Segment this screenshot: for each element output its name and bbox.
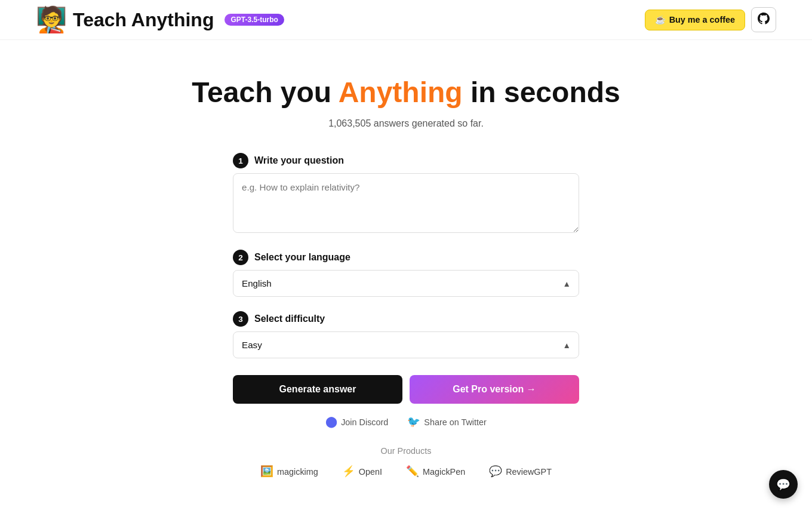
difficulty-select-wrapper: Easy Medium Hard ▲: [233, 331, 579, 358]
difficulty-select[interactable]: Easy Medium Hard: [233, 331, 579, 358]
header-right: ☕ Buy me a coffee: [645, 7, 776, 32]
action-buttons: Generate answer Get Pro version →: [233, 375, 579, 404]
logo-emoji: 🧑‍🏫: [36, 7, 67, 32]
step1-section: 1 Write your question: [233, 153, 579, 235]
reviewgpt-label: ReviewGPT: [506, 467, 552, 477]
step2-section: 2 Select your language English Spanish F…: [233, 250, 579, 297]
product-magickpen[interactable]: ✏️ MagickPen: [406, 465, 465, 478]
main-content: Teach you Anything in seconds 1,063,505 …: [0, 40, 812, 502]
get-pro-button[interactable]: Get Pro version →: [410, 375, 579, 404]
language-select[interactable]: English Spanish French German Japanese C…: [233, 270, 579, 297]
step3-text: Select difficulty: [254, 314, 325, 324]
reviewgpt-icon: 💬: [489, 465, 502, 478]
discord-label: Join Discord: [341, 417, 388, 427]
step1-text: Write your question: [254, 155, 344, 166]
openl-icon: ⚡: [342, 465, 355, 478]
generate-answer-button[interactable]: Generate answer: [233, 375, 402, 404]
twitter-icon: 🐦: [407, 416, 420, 428]
buy-coffee-button[interactable]: ☕ Buy me a coffee: [645, 10, 745, 30]
products-row: 🖼️ magickimg ⚡ OpenI ✏️ MagickPen 💬 Revi…: [260, 465, 552, 478]
products-title: Our Products: [260, 446, 552, 456]
products-section: Our Products 🖼️ magickimg ⚡ OpenI ✏️ Mag…: [260, 446, 552, 478]
product-reviewgpt[interactable]: 💬 ReviewGPT: [489, 465, 552, 478]
site-header: 🧑‍🏫 Teach Anything GPT-3.5-turbo ☕ Buy m…: [0, 0, 812, 40]
magickimg-label: magickimg: [277, 467, 318, 477]
step1-number: 1: [233, 153, 248, 168]
site-title: Teach Anything: [73, 9, 214, 31]
github-button[interactable]: [751, 7, 776, 32]
language-select-wrapper: English Spanish French German Japanese C…: [233, 270, 579, 297]
coffee-icon: ☕: [655, 15, 666, 25]
question-textarea[interactable]: [233, 173, 579, 233]
openl-label: OpenI: [359, 467, 382, 477]
step3-section: 3 Select difficulty Easy Medium Hard ▲: [233, 311, 579, 358]
question-form: 1 Write your question 2 Select your lang…: [233, 153, 579, 404]
product-openl[interactable]: ⚡ OpenI: [342, 465, 382, 478]
twitter-label: Share on Twitter: [424, 417, 487, 427]
step3-label: 3 Select difficulty: [233, 311, 579, 327]
discord-link[interactable]: ⬤ Join Discord: [325, 416, 388, 428]
chat-bubble-icon: 💬: [776, 478, 791, 492]
magickpen-label: MagickPen: [423, 467, 465, 477]
gpt-badge: GPT-3.5-turbo: [224, 14, 284, 26]
magickimg-icon: 🖼️: [260, 465, 273, 478]
social-links: ⬤ Join Discord 🐦 Share on Twitter: [325, 416, 487, 428]
github-icon: [758, 13, 770, 27]
discord-icon: ⬤: [325, 416, 337, 428]
hero-title-part1: Teach you: [192, 76, 338, 108]
step2-label: 2 Select your language: [233, 250, 579, 265]
step1-label: 1 Write your question: [233, 153, 579, 168]
step2-number: 2: [233, 250, 248, 265]
header-left: 🧑‍🏫 Teach Anything GPT-3.5-turbo: [36, 7, 284, 32]
magickpen-icon: ✏️: [406, 465, 419, 478]
twitter-link[interactable]: 🐦 Share on Twitter: [407, 416, 487, 428]
hero-title-highlight: Anything: [339, 76, 463, 108]
buy-coffee-label: Buy me a coffee: [669, 15, 735, 24]
product-magickimg[interactable]: 🖼️ magickimg: [260, 465, 318, 478]
chat-bubble-button[interactable]: 💬: [769, 470, 798, 499]
hero-title-part2: in seconds: [463, 76, 620, 108]
step2-text: Select your language: [254, 252, 350, 263]
answers-subtitle: 1,063,505 answers generated so far.: [328, 118, 484, 129]
step3-number: 3: [233, 311, 248, 327]
hero-title: Teach you Anything in seconds: [192, 76, 620, 109]
